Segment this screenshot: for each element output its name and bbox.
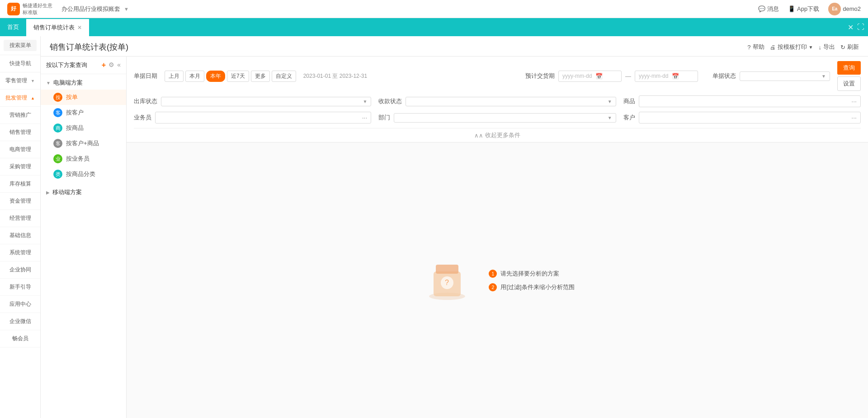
sidebar-item-wholesale-label: 批发管理 (5, 94, 27, 102)
tab-expand-icon[interactable]: ⛶ (857, 23, 864, 31)
scheme-add-icon[interactable]: + (102, 61, 106, 69)
sidebar-item-operation[interactable]: 经营管理 (0, 210, 40, 227)
pc-group-arrow-icon: ▼ (46, 81, 51, 86)
sidebar-item-sales[interactable]: 销售管理 (0, 124, 40, 141)
scheme-edit-icon[interactable]: ⚙ (108, 61, 114, 69)
calendar-icon-2: 📅 (672, 73, 679, 80)
scheme-header: 按以下方案查询 + ⚙ « (41, 57, 126, 74)
sidebar-item-inventory[interactable]: 库存核算 (0, 176, 40, 193)
scheme-item-bystaff-icon: 业 (53, 154, 62, 163)
page-title: 销售订单统计表(按单) (50, 42, 128, 52)
sidebar-item-retail[interactable]: 零售管理 ▼ (0, 72, 40, 90)
mobile-group-title: 移动端方案 (52, 188, 82, 196)
sidebar-item-finance[interactable]: 资金管理 (0, 193, 40, 210)
payment-select[interactable]: ▼ (406, 97, 616, 106)
collapse-button[interactable]: ∧∧ 收起更多条件 (474, 131, 520, 139)
empty-hints: 1 请先选择要分析的方案 2 用[过滤]条件来缩小分析范围 (489, 270, 574, 291)
tab-home[interactable]: 首页 (0, 18, 26, 36)
sidebar-item-retail-label: 零售管理 (5, 77, 27, 85)
collapse-area: ∧∧ 收起更多条件 (134, 128, 861, 142)
goods-select[interactable]: ··· (639, 95, 861, 107)
sidebar-item-wholesale[interactable]: 批发管理 ▲ (0, 90, 40, 107)
sidebar-item-enterprise[interactable]: 企业协同 (0, 261, 40, 279)
scheme-item-by-category[interactable]: 类 按商品分类 (41, 166, 126, 182)
print-arrow-icon: ▼ (809, 45, 813, 50)
scheme-collapse-icon[interactable]: « (117, 61, 121, 69)
sidebar-item-member[interactable]: 畅会员 (0, 330, 40, 347)
tab-sales-stat[interactable]: 销售订单统计表 ✕ (26, 18, 89, 36)
date-btn-custom[interactable]: 自定义 (272, 71, 296, 82)
filter-row-3: 业务员 ··· 部门 ▼ (134, 112, 861, 124)
payment-label: 收款状态 (378, 97, 402, 105)
query-button[interactable]: 查询 (837, 61, 861, 75)
message-icon: 💬 (758, 5, 765, 12)
delivery-select[interactable]: ▼ (161, 97, 371, 106)
help-button[interactable]: ? 帮助 (747, 43, 764, 51)
message-button[interactable]: 💬 消息 (758, 5, 779, 13)
top-bar-left: 好 畅捷通好生意 标准版 办公用品行业模拟账套 ▼ (7, 2, 129, 15)
content-area: 销售订单统计表(按单) ? 帮助 🖨 按模板打印 ▼ ↓ 导出 ↻ 刷新 (41, 36, 868, 418)
expected-date-start[interactable]: yyyy-mm-dd 📅 (558, 71, 622, 82)
dept-arrow-icon: ▼ (608, 115, 612, 120)
expected-date-end-placeholder: yyyy-mm-dd (639, 73, 668, 79)
date-buttons-group: 上月 本月 本年 近7天 更多 自定义 (165, 71, 296, 82)
mobile-icon: 📱 (788, 5, 795, 12)
logo-area: 好 畅捷通好生意 标准版 (7, 2, 52, 15)
date-btn-7days[interactable]: 近7天 (227, 71, 249, 82)
export-icon: ↓ (819, 44, 822, 51)
export-button[interactable]: ↓ 导出 (819, 43, 835, 51)
sidebar-item-marketing[interactable]: 营销推广 (0, 107, 40, 124)
search-menu-button[interactable]: 搜索菜单 (4, 40, 37, 51)
print-template-button[interactable]: 🖨 按模板打印 ▼ (770, 43, 813, 51)
app-download-button[interactable]: 📱 App下载 (788, 5, 819, 13)
settings-button[interactable]: 设置 (837, 76, 861, 91)
sidebar-item-ecommerce[interactable]: 电商管理 (0, 141, 40, 158)
customer-label: 客户 (623, 114, 635, 122)
date-btn-more[interactable]: 更多 (251, 71, 270, 82)
user-menu[interactable]: Ea demo2 (828, 3, 861, 15)
mobile-group-arrow-icon: ▶ (46, 190, 50, 195)
staff-dots-icon: ··· (362, 114, 368, 121)
breadcrumb-arrow-icon[interactable]: ▼ (124, 6, 129, 12)
date-btn-this-month[interactable]: 本月 (185, 71, 204, 82)
date-btn-this-year[interactable]: 本年 (206, 71, 225, 82)
scheme-item-by-customer[interactable]: 客 按客户 (41, 105, 126, 120)
hint-text-1: 请先选择要分析的方案 (500, 270, 559, 278)
scheme-group-mobile-header[interactable]: ▶ 移动端方案 (41, 185, 126, 199)
payment-status-cell: 收款状态 ▼ (371, 97, 623, 106)
sidebar-item-appcenter[interactable]: 应用中心 (0, 296, 40, 313)
dept-select[interactable]: ▼ (394, 113, 616, 123)
tab-close-icon[interactable]: ✕ (77, 24, 82, 31)
scheme-group-mobile: ▶ 移动端方案 (41, 184, 126, 201)
scheme-item-by-customer-goods[interactable]: 客 按客户+商品 (41, 136, 126, 151)
expected-date-end[interactable]: yyyy-mm-dd 📅 (635, 71, 698, 82)
calendar-icon: 📅 (595, 73, 603, 80)
date-btn-last-month[interactable]: 上月 (165, 71, 184, 82)
scheme-item-by-staff[interactable]: 业 按业务员 (41, 151, 126, 166)
scheme-group-pc-header[interactable]: ▼ 电脑端方案 (41, 76, 126, 90)
expected-date-label: 预计交货期 (525, 72, 555, 80)
sidebar-item-system[interactable]: 系统管理 (0, 244, 40, 261)
sidebar-item-basic[interactable]: 基础信息 (0, 227, 40, 244)
scheme-item-by-order[interactable]: 按 按单 (41, 90, 126, 105)
status-select-arrow-icon: ▼ (821, 74, 826, 79)
data-area: ? 1 请先选择要分析的方案 2 用[过滤]条件来缩小分析范围 (127, 142, 868, 418)
status-select[interactable]: ▼ (740, 71, 830, 81)
sidebar-item-guide[interactable]: 新手引导 (0, 279, 40, 296)
tab-close-all-icon[interactable]: ✕ (848, 23, 854, 32)
customer-select[interactable]: ··· (639, 112, 861, 124)
staff-select[interactable]: ··· (155, 112, 371, 124)
date-label: 单据日期 (134, 72, 157, 80)
home-tab-label: 首页 (7, 23, 19, 31)
sales-tab-label: 销售订单统计表 (33, 24, 75, 32)
action-buttons: 查询 设置 (837, 61, 861, 91)
refresh-button[interactable]: ↻ 刷新 (840, 43, 859, 51)
sidebar-item-wechat[interactable]: 企业微信 (0, 313, 40, 330)
delivery-label: 出库状态 (134, 97, 157, 105)
status-label: 单据状态 (712, 72, 736, 80)
sidebar-item-purchase[interactable]: 采购管理 (0, 158, 40, 176)
tab-bar: 首页 销售订单统计表 ✕ ✕ ⛶ (0, 18, 868, 36)
scheme-item-by-goods[interactable]: 商 按商品 (41, 120, 126, 136)
collapse-chevron-icon: ∧∧ (474, 132, 483, 139)
quick-nav-button[interactable]: 快捷导航 (0, 57, 40, 70)
